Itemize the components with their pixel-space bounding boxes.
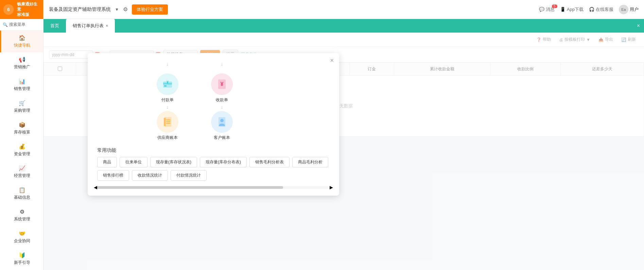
- marketing-icon: 📢: [19, 56, 25, 63]
- node-payment[interactable]: ¥ 付款单: [151, 73, 185, 103]
- sidebar-item-guide[interactable]: 🔰 新手引导: [0, 248, 43, 270]
- btn-product-profit[interactable]: 商品毛利分析: [292, 157, 328, 167]
- svg-rect-32: [164, 118, 166, 126]
- system-icon: ⚙: [20, 209, 24, 215]
- common-functions-title: 常用功能: [97, 147, 330, 154]
- payment-icon: ¥: [157, 73, 178, 95]
- svg-point-37: [220, 119, 224, 122]
- flow-row-2: ↓ ↓: [97, 61, 330, 67]
- headset-icon: 🎧: [589, 7, 594, 12]
- tab-close-button[interactable]: ×: [106, 23, 108, 28]
- scroll-left-btn[interactable]: ◀: [94, 185, 97, 190]
- btn-stock-status[interactable]: 现存量(库存状况表): [150, 157, 197, 167]
- quick-nav-icon: 🏠: [19, 35, 25, 41]
- sidebar-item-quick-nav[interactable]: 🏠 快捷导航: [0, 31, 43, 52]
- message-badge: 5: [552, 4, 557, 8]
- supplier-ledger-icon: [157, 111, 178, 133]
- page-content: ❓ 帮助 🖨 按模板打印 ▼ 📤 导出 🔄 刷新: [43, 33, 644, 270]
- supplier-ledger-label: 供应商账本: [157, 135, 178, 141]
- sidebar-item-enterprise[interactable]: 🤝 企业协同: [0, 226, 43, 248]
- svg-text:6: 6: [7, 7, 10, 12]
- sidebar-item-purchase[interactable]: 🛒 采购管理: [0, 96, 43, 118]
- btn-sales-profit[interactable]: 销售毛利分析表: [249, 157, 290, 167]
- tab-bar: 首页 销售订单执行表 × ×: [43, 19, 644, 33]
- sales-icon: 📊: [19, 78, 25, 85]
- sidebar-item-system[interactable]: ⚙ 系统管理: [0, 204, 43, 226]
- online-service-button[interactable]: 🎧 在线客服: [589, 6, 613, 13]
- sidebar-nav: 🏠 快捷导航 📢 营销推广 📊 销售管理 🛒 采购管理 📦 库存核算 💰: [0, 31, 43, 270]
- customer-ledger-label: 客户账本: [214, 135, 230, 141]
- flow-row-4: ↓ ↓: [97, 104, 330, 110]
- sidebar-item-sales[interactable]: 📊 销售管理: [0, 74, 43, 96]
- finance-icon: 💰: [19, 143, 25, 150]
- modal-scrollbar[interactable]: ▶ ◀: [97, 186, 330, 189]
- down-arrow-purchase: ↓: [167, 61, 169, 67]
- top-bar: 装备及固定资产辅助管理系统 ▼ ⚙ 体验行业方案 💬 消息 5 📱 App下载 …: [43, 0, 644, 19]
- app-download-button[interactable]: 📱 App下载: [560, 6, 584, 13]
- sidebar-item-operations[interactable]: 📈 经营管理: [0, 161, 43, 183]
- node-supplier-ledger[interactable]: 供应商账本: [151, 111, 185, 141]
- node-receipt[interactable]: ¥ 收款单: [205, 73, 239, 103]
- btn-receipt-stats[interactable]: 收款情况统计: [132, 170, 168, 181]
- logo-icon: 6: [3, 3, 14, 16]
- sidebar-search[interactable]: 🔍 搜索菜单: [0, 19, 43, 31]
- btn-contacts[interactable]: 往来单位: [120, 157, 147, 167]
- try-button[interactable]: 体验行业方案: [132, 4, 168, 15]
- user-name: 用户: [630, 6, 639, 13]
- btn-payment-stats[interactable]: 付款情况统计: [171, 170, 207, 181]
- message-icon: 💬: [539, 7, 544, 12]
- phone-icon: 📱: [560, 7, 565, 12]
- common-buttons-row2: 销售排行榜 收款情况统计 付款情况统计: [97, 170, 330, 181]
- operations-icon: 📈: [19, 165, 25, 172]
- enterprise-icon: 🤝: [19, 230, 25, 237]
- sidebar-item-inventory[interactable]: 📦 库存核算: [0, 118, 43, 139]
- tab-home[interactable]: 首页: [43, 19, 66, 33]
- flow-row-5: 供应商账本 客户账本: [97, 111, 330, 141]
- node-customer-ledger[interactable]: 客户账本: [205, 111, 239, 141]
- btn-product[interactable]: 商品: [97, 157, 117, 167]
- payment-label: 付款单: [161, 97, 174, 103]
- customer-ledger-icon: [211, 111, 233, 133]
- tab-bar-close-button[interactable]: ×: [637, 23, 644, 29]
- flow-row-3: ¥ 付款单 ¥ 收款单: [97, 73, 330, 103]
- common-functions-section: 常用功能 商品 往来单位 现存量(库存状况表) 现存量(库存分布表) 销售毛利分…: [97, 147, 330, 181]
- system-title: 装备及固定资产辅助管理系统: [49, 6, 111, 13]
- svg-rect-27: [164, 85, 167, 87]
- sidebar: 6 畅康通好生意 标准版 🔍 搜索菜单 🏠 快捷导航 📢 营销推广 📊: [0, 0, 43, 270]
- down-arrow-sales: ↓: [221, 61, 223, 67]
- sidebar-item-basic-info[interactable]: 📋 基础信息: [0, 183, 43, 204]
- modal-scrollbar-thumb: [97, 186, 283, 189]
- guide-icon: 🔰: [19, 252, 25, 258]
- main-content: 装备及固定资产辅助管理系统 ▼ ⚙ 体验行业方案 💬 消息 5 📱 App下载 …: [43, 0, 644, 270]
- sidebar-logo: 6 畅康通好生意 标准版: [0, 0, 43, 19]
- btn-sales-ranking[interactable]: 销售排行榜: [97, 170, 129, 181]
- title-dropdown[interactable]: ▼: [115, 7, 119, 12]
- receipt-icon: ¥: [211, 73, 233, 95]
- modal-close-button[interactable]: ×: [330, 57, 334, 64]
- quick-nav-modal: × 进货订单 → 进货单: [88, 53, 339, 196]
- receipt-label: 收款单: [216, 97, 228, 103]
- sidebar-item-finance[interactable]: 💰 资金管理: [0, 139, 43, 161]
- sidebar-item-marketing[interactable]: 📢 营销推广: [0, 52, 43, 74]
- top-bar-right: 💬 消息 5 📱 App下载 🎧 在线客服 Ea 用户: [539, 5, 639, 14]
- search-icon: 🔍: [3, 22, 8, 27]
- settings-icon[interactable]: ⚙: [123, 6, 128, 13]
- avatar: Ea: [619, 5, 628, 14]
- btn-stock-dist[interactable]: 现存量(库存分布表): [200, 157, 247, 167]
- basic-info-icon: 📋: [19, 187, 25, 193]
- message-button[interactable]: 💬 消息 5: [539, 6, 555, 13]
- common-buttons-row1: 商品 往来单位 现存量(库存状况表) 现存量(库存分布表) 销售毛利分析表 商品…: [97, 157, 330, 167]
- inventory-icon: 📦: [19, 122, 25, 128]
- svg-text:¥: ¥: [167, 80, 169, 84]
- tab-sales-order[interactable]: 销售订单执行表 ×: [66, 19, 115, 33]
- svg-text:¥: ¥: [221, 81, 224, 87]
- purchase-icon: 🛒: [19, 100, 25, 106]
- logo-text: 畅康通好生意 标准版: [17, 2, 40, 18]
- user-profile-button[interactable]: Ea 用户: [619, 5, 639, 14]
- scroll-right-btn[interactable]: ▶: [330, 185, 333, 190]
